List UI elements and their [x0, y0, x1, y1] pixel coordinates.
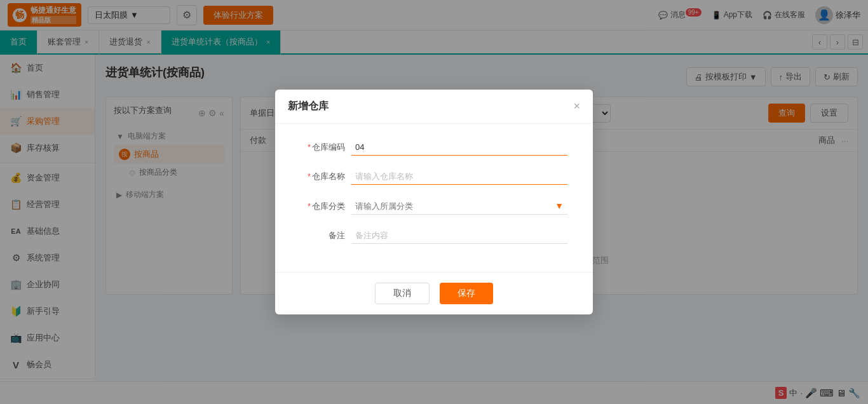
code-input[interactable] — [351, 139, 567, 156]
modal-close-button[interactable]: × — [573, 100, 580, 113]
name-input[interactable] — [351, 168, 567, 185]
category-input[interactable] — [355, 201, 555, 211]
category-select-wrapper: ▼ — [351, 198, 567, 215]
code-label: 仓库编码 — [301, 142, 351, 153]
modal-header: 新增仓库 × — [275, 90, 593, 124]
note-label: 备注 — [301, 230, 351, 241]
cancel-button[interactable]: 取消 — [375, 283, 430, 304]
form-row-name: 仓库名称 — [301, 168, 567, 185]
category-label: 仓库分类 — [301, 201, 351, 212]
modal-overlay[interactable]: 新增仓库 × 仓库编码 仓库名称 仓库分类 ▼ — [0, 0, 868, 404]
modal-body: 仓库编码 仓库名称 仓库分类 ▼ 备注 — [275, 124, 593, 272]
note-input[interactable] — [351, 227, 567, 244]
name-label: 仓库名称 — [301, 171, 351, 182]
modal-footer: 取消 保存 — [275, 272, 593, 314]
save-button[interactable]: 保存 — [440, 283, 493, 304]
form-row-category: 仓库分类 ▼ — [301, 198, 567, 215]
modal-title: 新增仓库 — [288, 100, 329, 113]
category-dropdown-icon[interactable]: ▼ — [555, 201, 564, 211]
add-warehouse-modal: 新增仓库 × 仓库编码 仓库名称 仓库分类 ▼ — [275, 90, 593, 314]
form-row-note: 备注 — [301, 227, 567, 244]
form-row-code: 仓库编码 — [301, 139, 567, 156]
